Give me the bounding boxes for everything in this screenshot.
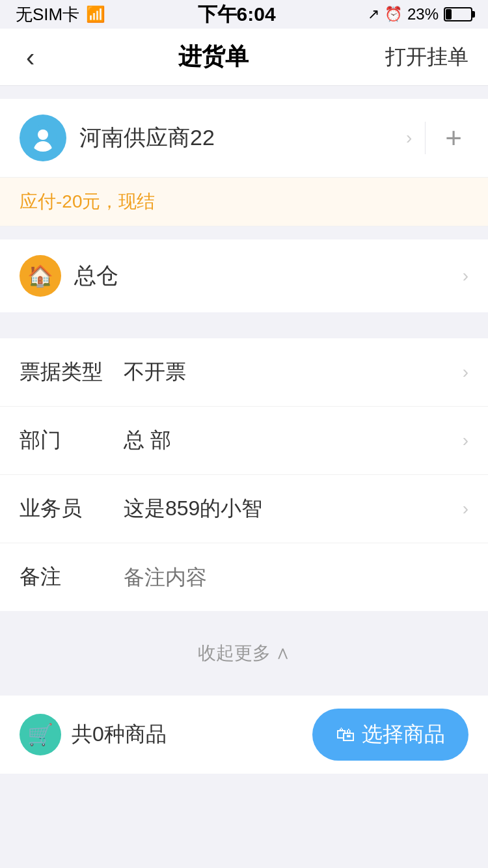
select-product-button[interactable]: 🛍 选择商品 <box>312 709 468 761</box>
section-gap-top <box>0 86 488 99</box>
section-gap-1 <box>0 226 488 239</box>
warehouse-row[interactable]: 🏠 总仓 › <box>0 239 488 312</box>
add-supplier-button[interactable]: + <box>439 122 468 154</box>
warehouse-icon: 🏠 <box>20 255 61 297</box>
invoice-value: 不开票 <box>111 358 452 387</box>
dept-row[interactable]: 部门 总 部 › <box>0 407 488 475</box>
open-pending-button[interactable]: 打开挂单 <box>385 43 468 72</box>
battery-icon <box>444 7 472 21</box>
cart-icon: 🛒 <box>20 714 61 755</box>
dept-label: 部门 <box>20 426 111 455</box>
back-button[interactable]: ‹ <box>20 38 41 77</box>
dept-value: 总 部 <box>111 426 452 455</box>
warehouse-chevron-icon: › <box>463 265 468 286</box>
supplier-avatar <box>20 115 66 161</box>
supplier-section: 河南供应商22 › + 应付-20元，现结 <box>0 99 488 226</box>
remark-label: 备注 <box>20 563 111 591</box>
status-time: 下午6:04 <box>198 1 276 28</box>
supplier-chevron-icon: › <box>406 128 412 148</box>
invoice-row[interactable]: 票据类型 不开票 › <box>0 338 488 407</box>
salesperson-row[interactable]: 业务员 这是859的小智 › <box>0 475 488 543</box>
status-carrier: 无SIM卡 📶 <box>16 3 105 26</box>
form-section: 票据类型 不开票 › 部门 总 部 › 业务员 这是859的小智 › 备注 <box>0 338 488 611</box>
remark-row[interactable]: 备注 <box>0 543 488 611</box>
salesperson-value: 这是859的小智 <box>111 495 452 523</box>
warehouse-section[interactable]: 🏠 总仓 › <box>0 239 488 312</box>
status-bar: 无SIM卡 📶 下午6:04 ↗ ⏰ 23% <box>0 0 488 29</box>
battery-percent: 23% <box>407 5 439 23</box>
select-product-icon: 🛍 <box>336 724 355 746</box>
warning-banner: 应付-20元，现结 <box>0 178 488 226</box>
salesperson-chevron-icon: › <box>463 498 468 519</box>
remark-input[interactable] <box>111 565 468 590</box>
product-count-section: 🛒 共0种商品 <box>20 714 167 755</box>
alarm-icon: ⏰ <box>385 6 402 23</box>
collapse-button[interactable]: 收起更多 ∧ <box>198 641 291 666</box>
location-icon: ↗ <box>368 6 379 23</box>
invoice-chevron-icon: › <box>463 362 468 383</box>
dept-chevron-icon: › <box>463 430 468 451</box>
supplier-name: 河南供应商22 <box>79 123 396 153</box>
section-gap-2 <box>0 312 488 325</box>
warning-text: 应付-20元，现结 <box>20 191 155 211</box>
supplier-divider <box>425 122 426 154</box>
supplier-right: › + <box>396 122 468 154</box>
salesperson-label: 业务员 <box>20 495 111 523</box>
supplier-row[interactable]: 河南供应商22 › + <box>0 99 488 178</box>
invoice-label: 票据类型 <box>20 358 111 387</box>
status-right: ↗ ⏰ 23% <box>368 5 472 23</box>
carrier-text: 无SIM卡 <box>16 3 79 26</box>
nav-bar: ‹ 进货单 打开挂单 <box>0 29 488 86</box>
bottom-bar: 🛒 共0种商品 🛍 选择商品 <box>0 696 488 774</box>
select-product-label: 选择商品 <box>362 720 445 749</box>
empty-area <box>0 774 488 868</box>
wifi-icon: 📶 <box>86 5 105 23</box>
page-title: 进货单 <box>178 41 249 73</box>
product-count: 共0种商品 <box>72 720 167 749</box>
collapse-row[interactable]: 收起更多 ∧ <box>0 624 488 683</box>
warehouse-name: 总仓 <box>74 261 452 291</box>
